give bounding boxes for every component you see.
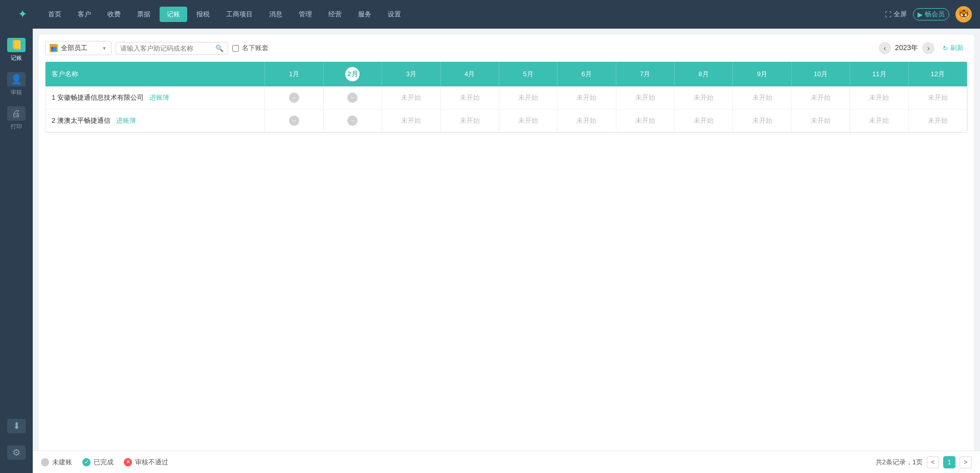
not-started-label: 未开始 bbox=[518, 117, 538, 124]
legend-not-created: 未建账 bbox=[41, 458, 72, 467]
mine-accounts-label: 名下账套 bbox=[242, 43, 269, 53]
main-content: 👥 全部员工 ▼ 🔍 名下账套 ‹ 2023年 › ↻ 刷新 bbox=[33, 29, 980, 473]
th-oct: 10月 bbox=[791, 62, 850, 86]
nav-service[interactable]: 服务 bbox=[351, 7, 378, 22]
customer-cell-2: 2 澳澳太平畅捷通信 进账簿 bbox=[46, 109, 265, 132]
sidebar-item-audit[interactable]: 👤 审核 bbox=[0, 67, 33, 101]
cell-2-aug: 未开始 bbox=[675, 109, 733, 132]
cell-1-oct: 未开始 bbox=[791, 86, 850, 109]
bookkeeping-icon: 📒 bbox=[7, 38, 26, 52]
not-started-label: 未开始 bbox=[635, 94, 655, 101]
cell-2-oct: 未开始 bbox=[791, 109, 850, 132]
not-started-label: 未开始 bbox=[694, 117, 714, 124]
not-started-label: 未开始 bbox=[869, 117, 889, 124]
not-started-label: 未开始 bbox=[460, 94, 480, 101]
cell-1-aug: 未开始 bbox=[675, 86, 733, 109]
nav-right-area: ⛶ 全屏 ▶ 畅会员 🐯 bbox=[885, 6, 972, 22]
employee-select[interactable]: 👥 全部员工 ▼ bbox=[45, 41, 112, 55]
data-table-wrap: 客户名称 1月 2月 3月 4月 5月 6月 7月 8月 9月 bbox=[45, 61, 968, 133]
cell-2-sep: 未开始 bbox=[733, 109, 791, 132]
employee-dropdown-arrow: ▼ bbox=[102, 46, 107, 51]
next-page-button[interactable]: > bbox=[960, 456, 972, 468]
nav-tax[interactable]: 报税 bbox=[189, 7, 217, 22]
export-icon: ⬇ bbox=[7, 419, 26, 433]
row-index-1: 1 bbox=[52, 94, 55, 101]
nav-bookkeeping[interactable]: 记账 bbox=[160, 7, 187, 22]
nav-management[interactable]: 管理 bbox=[292, 7, 319, 22]
mine-accounts-checkbox-wrap[interactable]: 名下账套 bbox=[232, 43, 269, 53]
not-started-label: 未开始 bbox=[928, 94, 948, 101]
fullscreen-button[interactable]: ⛶ 全屏 bbox=[885, 10, 907, 19]
toolbar: 👥 全部员工 ▼ 🔍 名下账套 ‹ 2023年 › ↻ 刷新 bbox=[45, 41, 968, 55]
entry-link-1[interactable]: 进账簿 bbox=[149, 94, 169, 101]
legend-teal-dot: ✓ bbox=[82, 458, 91, 466]
nav-settings[interactable]: 设置 bbox=[381, 7, 408, 22]
entry-link-2[interactable]: 进账簿 bbox=[116, 117, 136, 124]
th-feb: 2月 bbox=[323, 62, 382, 86]
cell-1-feb: − bbox=[323, 86, 382, 109]
legend-area: 未建账 ✓ 已完成 ✕ 审核不通过 bbox=[41, 458, 168, 467]
th-jun: 6月 bbox=[558, 62, 616, 86]
sidebar-item-settings[interactable]: ⚙ bbox=[0, 440, 33, 465]
page-1-button[interactable]: 1 bbox=[943, 456, 955, 468]
legend-completed-label: 已完成 bbox=[94, 458, 114, 467]
table-container: 客户名称 1月 2月 3月 4月 5月 6月 7月 8月 9月 bbox=[46, 62, 967, 132]
cell-1-nov: 未开始 bbox=[850, 86, 908, 109]
nav-fee[interactable]: 收费 bbox=[100, 7, 128, 22]
status-minus: − bbox=[347, 93, 358, 103]
nav-home[interactable]: 首页 bbox=[41, 7, 69, 22]
nav-invoice[interactable]: 票据 bbox=[130, 7, 158, 22]
search-icon[interactable]: 🔍 bbox=[215, 44, 224, 52]
th-dec: 12月 bbox=[908, 62, 967, 86]
year-navigation: ‹ 2023年 › bbox=[879, 42, 934, 54]
row-index-2: 2 bbox=[52, 117, 55, 124]
page-footer: 未建账 ✓ 已完成 ✕ 审核不通过 共2条记录，1页 < 1 > bbox=[33, 451, 980, 473]
print-icon: 🖨 bbox=[7, 106, 26, 121]
refresh-button[interactable]: ↻ 刷新 bbox=[939, 41, 968, 55]
not-started-label: 未开始 bbox=[752, 117, 772, 124]
cell-1-jan: − bbox=[265, 86, 323, 109]
settings-icon: ⚙ bbox=[7, 445, 26, 460]
refresh-label: 刷新 bbox=[950, 43, 964, 53]
status-minus: − bbox=[347, 116, 358, 126]
legend-completed: ✓ 已完成 bbox=[82, 458, 114, 467]
member-button[interactable]: ▶ 畅会员 bbox=[913, 8, 949, 20]
content-card: 👥 全部员工 ▼ 🔍 名下账套 ‹ 2023年 › ↻ 刷新 bbox=[39, 35, 974, 457]
legend-rejected-label: 审核不通过 bbox=[135, 458, 168, 467]
cell-1-mar: 未开始 bbox=[382, 86, 440, 109]
not-started-label: 未开始 bbox=[401, 117, 421, 124]
user-avatar[interactable]: 🐯 bbox=[955, 6, 972, 22]
mine-accounts-checkbox[interactable] bbox=[232, 45, 239, 52]
cell-1-sep: 未开始 bbox=[733, 86, 791, 109]
search-input[interactable] bbox=[120, 44, 212, 52]
nav-business[interactable]: 工商项目 bbox=[219, 7, 260, 22]
left-sidebar: 📒 记账 👤 审核 🖨 打印 ⬇ ⚙ bbox=[0, 29, 33, 473]
record-info: 共2条记录，1页 bbox=[876, 458, 923, 467]
sidebar-item-print[interactable]: 🖨 打印 bbox=[0, 101, 33, 136]
legend-grey-dot bbox=[41, 458, 49, 466]
year-next-button[interactable]: › bbox=[922, 42, 934, 54]
sidebar-item-export[interactable]: ⬇ bbox=[0, 414, 33, 438]
th-mar: 3月 bbox=[382, 62, 440, 86]
member-label: 畅会员 bbox=[925, 10, 945, 19]
th-jan: 1月 bbox=[265, 62, 323, 86]
nav-menu: 首页 客户 收费 票据 记账 报税 工商项目 消息 管理 经营 服务 设置 bbox=[41, 7, 885, 22]
sidebar-label-audit: 审核 bbox=[11, 88, 22, 96]
year-prev-button[interactable]: ‹ bbox=[879, 42, 891, 54]
cell-1-apr: 未开始 bbox=[440, 86, 499, 109]
status-minus: − bbox=[289, 116, 299, 126]
bookkeeping-table: 客户名称 1月 2月 3月 4月 5月 6月 7月 8月 9月 bbox=[46, 62, 967, 132]
customer-name-1: 安徽畅捷通信息技术有限公司 bbox=[57, 94, 144, 101]
sidebar-item-bookkeeping[interactable]: 📒 记账 bbox=[0, 33, 33, 67]
nav-message[interactable]: 消息 bbox=[262, 7, 289, 22]
cell-2-mar: 未开始 bbox=[382, 109, 440, 132]
cell-1-dec: 未开始 bbox=[908, 86, 967, 109]
not-started-label: 未开始 bbox=[460, 117, 480, 124]
nav-operation[interactable]: 经营 bbox=[321, 7, 349, 22]
prev-page-button[interactable]: < bbox=[927, 456, 939, 468]
table-row: 2 澳澳太平畅捷通信 进账簿 − − 未开始 未开始 未开始 未开始 未开始 未 bbox=[46, 109, 967, 132]
status-minus: − bbox=[289, 93, 299, 103]
sidebar-label-print: 打印 bbox=[11, 123, 22, 130]
sidebar-label-bookkeeping: 记账 bbox=[11, 54, 22, 62]
nav-customer[interactable]: 客户 bbox=[71, 7, 98, 22]
